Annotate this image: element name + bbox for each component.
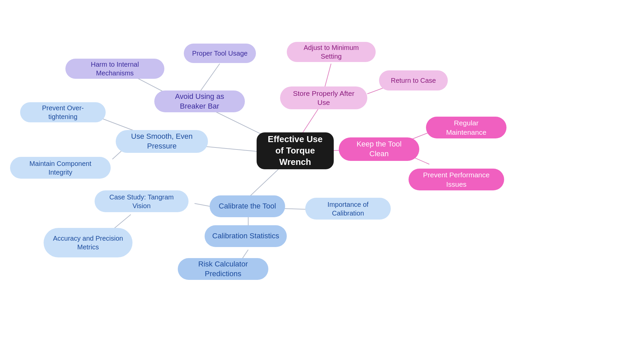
case-study-node[interactable]: Case Study: Tangram Vision xyxy=(95,190,189,212)
avoid-breaker-node[interactable]: Avoid Using as Breaker Bar xyxy=(154,90,245,112)
harm-internal-node[interactable]: Harm to Internal Mechanisms xyxy=(65,59,164,79)
regular-maint-node[interactable]: Regular Maintenance xyxy=(426,117,506,138)
importance-calib-node[interactable]: Importance of Calibration xyxy=(305,198,391,220)
mindmap-container: Effective Use of TorqueWrench Avoid Usin… xyxy=(0,0,644,363)
adjust-min-node[interactable]: Adjust to Minimum Setting xyxy=(287,42,376,62)
calib-stats-node[interactable]: Calibration Statistics xyxy=(205,225,287,247)
keep-clean-node[interactable]: Keep the Tool Clean xyxy=(339,137,419,161)
maintain-comp-node[interactable]: Maintain Component Integrity xyxy=(10,157,111,179)
proper-usage-node[interactable]: Proper Tool Usage xyxy=(184,44,256,63)
store-proper-node[interactable]: Store Properly After Use xyxy=(280,86,367,109)
smooth-pressure-node[interactable]: Use Smooth, Even Pressure xyxy=(116,130,208,153)
prevent-over-node[interactable]: Prevent Over-tightening xyxy=(20,102,106,122)
risk-calc-node[interactable]: Risk Calculator Predictions xyxy=(178,258,268,280)
svg-line-5 xyxy=(200,64,220,92)
svg-line-14 xyxy=(324,64,331,89)
svg-line-2 xyxy=(248,169,278,198)
center-node[interactable]: Effective Use of TorqueWrench xyxy=(257,132,334,169)
prevent-perf-node[interactable]: Prevent Performance Issues xyxy=(409,169,504,190)
accuracy-metrics-node[interactable]: Accuracy and PrecisionMetrics xyxy=(44,228,132,257)
return-case-node[interactable]: Return to Case xyxy=(379,70,448,90)
calibrate-tool-node[interactable]: Calibrate the Tool xyxy=(210,195,285,217)
